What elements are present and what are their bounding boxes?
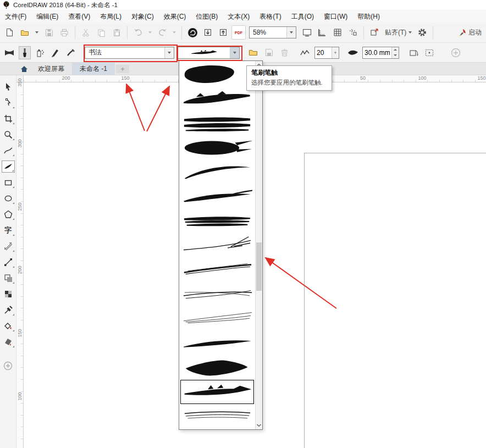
scrollbar-thumb[interactable]: [256, 242, 262, 291]
show-rulers-button[interactable]: [315, 25, 329, 40]
add-preset-button[interactable]: [450, 46, 462, 59]
zoom-dropdown-button[interactable]: [286, 27, 296, 38]
connector-tool[interactable]: [2, 256, 15, 268]
brush-stroke-item[interactable]: [180, 283, 254, 307]
ellipse-tool[interactable]: [2, 192, 15, 204]
import-button[interactable]: [201, 25, 215, 40]
polygon-tool[interactable]: [2, 208, 15, 220]
redo-button[interactable]: [155, 25, 169, 40]
open-button[interactable]: [18, 25, 32, 40]
cut-button[interactable]: [79, 25, 93, 40]
zoom-tool[interactable]: [2, 129, 15, 141]
open-dropdown-caret[interactable]: [33, 25, 41, 40]
delete-stroke-button[interactable]: [278, 46, 290, 59]
menu-view[interactable]: 查看(V): [63, 10, 95, 23]
snap-to-button[interactable]: 贴齐(T): [383, 25, 414, 40]
menu-layout[interactable]: 布局(L): [95, 10, 126, 23]
menu-bitmaps[interactable]: 位图(B): [191, 10, 223, 23]
smart-fill-tool[interactable]: [2, 336, 15, 348]
stroke-category-dropdown-button[interactable]: [164, 47, 174, 58]
pressure-mode-button[interactable]: [65, 46, 77, 59]
smoothing-input[interactable]: [315, 47, 332, 58]
text-tool[interactable]: 字: [2, 224, 15, 236]
browse-strokes-button[interactable]: [247, 46, 259, 59]
eyedropper-tool[interactable]: [2, 304, 15, 316]
brush-stroke-item[interactable]: [180, 136, 254, 160]
sprayer-mode-button[interactable]: [34, 46, 46, 59]
brush-mode-button[interactable]: [19, 46, 31, 59]
search-content-button[interactable]: [185, 25, 200, 40]
brush-stroke-item[interactable]: [180, 307, 254, 331]
menu-object[interactable]: 对象(C): [126, 10, 159, 23]
launch-button[interactable]: 启动: [456, 25, 484, 40]
brush-stroke-item[interactable]: [180, 380, 254, 404]
pick-tool[interactable]: [2, 81, 15, 93]
menu-table[interactable]: 表格(T): [255, 10, 286, 23]
copy-button[interactable]: [94, 25, 108, 40]
brush-stroke-combobox[interactable]: [178, 47, 240, 59]
zoom-level-combobox[interactable]: 58%: [249, 26, 296, 38]
vertical-ruler[interactable]: 350 300 250 200 150 100: [16, 82, 24, 448]
dropdown-scrollbar[interactable]: [255, 61, 262, 429]
new-tab-button[interactable]: +: [116, 65, 129, 73]
menu-file[interactable]: 文件(F): [0, 10, 31, 23]
crop-tool[interactable]: [2, 113, 15, 125]
brush-stroke-item[interactable]: [180, 234, 254, 258]
show-grid-button[interactable]: [330, 25, 345, 40]
rectangle-tool[interactable]: [2, 176, 15, 189]
artistic-media-tool[interactable]: [2, 161, 15, 173]
brush-stroke-dropdown-button[interactable]: [230, 47, 239, 58]
show-guidelines-button[interactable]: [346, 25, 360, 40]
export-button[interactable]: [216, 25, 230, 40]
brush-stroke-item[interactable]: [180, 331, 254, 355]
interactive-fill-tool[interactable]: [2, 320, 15, 332]
save-stroke-button[interactable]: [263, 46, 275, 59]
brush-stroke-item[interactable]: [180, 161, 254, 185]
stroke-width-input[interactable]: [363, 47, 391, 58]
shape-tool[interactable]: [2, 97, 15, 109]
undo-dropdown-caret[interactable]: [146, 25, 154, 40]
preset-mode-button[interactable]: [3, 46, 15, 59]
smoothing-slider-button[interactable]: +: [332, 47, 339, 58]
save-button[interactable]: [42, 25, 56, 40]
brush-stroke-item[interactable]: [180, 185, 254, 209]
brush-stroke-item[interactable]: [180, 258, 254, 282]
menu-text[interactable]: 文本(X): [223, 10, 255, 23]
transparency-tool[interactable]: [2, 288, 15, 300]
options-gear-button[interactable]: [415, 25, 429, 40]
dimension-tool[interactable]: [2, 240, 15, 252]
home-button[interactable]: [18, 63, 30, 75]
shadow-tool[interactable]: [2, 272, 15, 284]
stroke-width-down-button[interactable]: [392, 53, 399, 58]
brush-stroke-item[interactable]: [180, 404, 254, 428]
tab-welcome-screen[interactable]: 欢迎屏幕: [30, 63, 72, 75]
calligraphy-mode-button[interactable]: [49, 46, 62, 59]
fullscreen-preview-button[interactable]: [300, 25, 314, 40]
print-button[interactable]: [57, 25, 71, 40]
menu-edit[interactable]: 编辑(E): [31, 10, 63, 23]
paste-button[interactable]: [109, 25, 124, 40]
page[interactable]: [304, 153, 486, 448]
menu-effects[interactable]: 效果(C): [159, 10, 191, 23]
share-button[interactable]: [367, 25, 382, 40]
freehand-tool[interactable]: [2, 145, 15, 157]
tab-untitled-1[interactable]: 未命名 -1: [72, 63, 115, 75]
brush-stroke-item[interactable]: [180, 209, 254, 233]
stroke-width-up-button[interactable]: [392, 47, 399, 53]
brush-stroke-item[interactable]: [180, 87, 254, 111]
menu-window[interactable]: 窗口(W): [319, 10, 352, 23]
scroll-down-button[interactable]: [256, 422, 262, 429]
publish-pdf-button[interactable]: PDF: [231, 25, 246, 40]
new-document-button[interactable]: [2, 25, 16, 40]
rotate-angle-button[interactable]: [408, 46, 420, 59]
brush-stroke-item[interactable]: [180, 63, 254, 87]
undo-button[interactable]: [131, 25, 145, 40]
border-dots-button[interactable]: [423, 46, 435, 59]
redo-dropdown-caret[interactable]: [170, 25, 178, 40]
brush-stroke-item[interactable]: [180, 356, 254, 380]
menu-help[interactable]: 帮助(H): [352, 10, 385, 23]
brush-stroke-item[interactable]: [180, 112, 254, 136]
menu-tools[interactable]: 工具(O): [286, 10, 319, 23]
customize-toolbox-button[interactable]: [2, 359, 15, 372]
stroke-category-combobox[interactable]: 书法: [85, 47, 174, 59]
